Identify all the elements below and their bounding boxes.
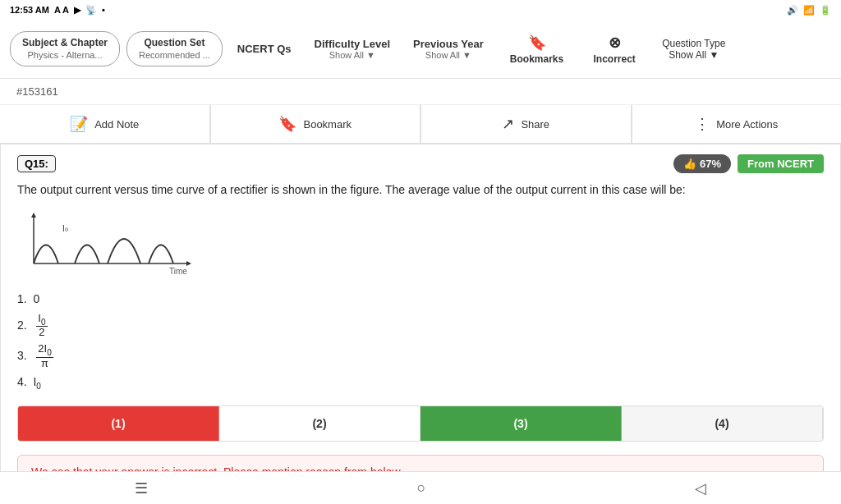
more-actions-button[interactable]: ⋮ More Actions: [632, 105, 842, 143]
ncert-qs-filter[interactable]: NCERT Qs: [229, 38, 300, 60]
option-4: 4. I0: [17, 374, 824, 392]
subject-chapter-chip[interactable]: Subject & Chapter Physics - Alterna...: [10, 31, 120, 67]
bookmarks-filter[interactable]: 🔖 Bookmarks: [499, 29, 575, 70]
question-set-chip[interactable]: Question Set Recommended ...: [126, 31, 223, 67]
subject-chip-value: Physics - Alterna...: [27, 49, 102, 61]
add-note-label: Add Note: [94, 118, 139, 131]
options-list: 1. 0 2. I0 2 3. 2I0 π 4. I0: [17, 291, 824, 392]
menu-icon: ☰: [135, 480, 148, 497]
bookmarks-label: Bookmarks: [510, 53, 563, 65]
option-1: 1. 0: [17, 291, 824, 308]
question-area: Q15: 👍 67% From NCERT The output current…: [0, 144, 841, 504]
filter-bar: Subject & Chapter Physics - Alterna... Q…: [0, 20, 841, 79]
svg-text:Current: Current: [17, 222, 19, 247]
back-icon: ◁: [695, 480, 706, 497]
bookmark-label: Bookmark: [303, 118, 352, 131]
status-right: 🔊 📶 🔋: [787, 5, 831, 16]
question-set-label: Question Set: [144, 37, 205, 50]
more-actions-label: More Actions: [716, 118, 778, 131]
back-button[interactable]: ◁: [670, 476, 731, 501]
answer-button-1[interactable]: (1): [18, 406, 219, 441]
option-2: 2. I0 2: [17, 313, 824, 339]
answer-row: (1) (2) (3) (4): [17, 405, 824, 442]
thumbs-up-icon: 👍: [683, 158, 696, 170]
ncert-source-badge: From NCERT: [738, 154, 824, 173]
share-button[interactable]: ↗ Share: [421, 105, 632, 143]
answer-button-2[interactable]: (2): [219, 406, 420, 441]
difficulty-sub: Show All ▼: [329, 50, 375, 60]
time-display: 12:53 AM: [10, 5, 49, 15]
question-type-filter[interactable]: Question Type Show All ▼: [654, 33, 733, 66]
action-bar: 📝 Add Note 🔖 Bookmark ↗ Share ⋮ More Act…: [0, 105, 841, 144]
svg-marker-3: [186, 261, 191, 266]
question-header: Q15: 👍 67% From NCERT: [17, 154, 824, 173]
answer-2-label: (2): [312, 417, 326, 430]
add-note-button[interactable]: 📝 Add Note: [0, 105, 210, 143]
question-text: The output current versus time curve of …: [17, 181, 824, 199]
signal-icons: A A: [54, 5, 69, 15]
question-meta: 👍 67% From NCERT: [673, 154, 824, 173]
question-number-badge: Q15:: [17, 155, 56, 172]
answer-button-3[interactable]: (3): [420, 406, 622, 441]
menu-button[interactable]: ☰: [110, 476, 172, 501]
subject-chip-label: Subject & Chapter: [22, 37, 108, 50]
svg-marker-2: [31, 213, 36, 218]
graph-svg: I₀ Current Time: [17, 210, 198, 280]
bookmark-action-icon: 🔖: [278, 115, 296, 133]
bookmark-button[interactable]: 🔖 Bookmark: [211, 105, 421, 143]
question-id-bar: #153161: [0, 79, 841, 105]
svg-text:I₀: I₀: [62, 224, 68, 233]
incorrect-icon: ⊗: [609, 34, 621, 52]
media-icon: ▶: [74, 5, 80, 16]
prev-year-label: Previous Year: [413, 38, 484, 50]
wifi-icon: 📶: [803, 5, 815, 16]
answer-4-label: (4): [715, 417, 728, 430]
answer-1-label: (1): [111, 417, 125, 430]
rectifier-graph: I₀ Current Time: [17, 210, 198, 280]
question-type-sub: Show All ▼: [669, 49, 719, 61]
share-icon: ↗: [502, 115, 514, 133]
incorrect-filter[interactable]: ⊗ Incorrect: [581, 29, 647, 70]
share-label: Share: [521, 118, 549, 131]
question-type-label: Question Type: [662, 38, 725, 49]
accuracy-value: 67%: [700, 158, 721, 170]
more-actions-icon: ⋮: [695, 115, 710, 133]
add-note-icon: 📝: [70, 115, 88, 133]
previous-year-filter[interactable]: Previous Year Show All ▼: [405, 33, 492, 65]
sound-icon: 🔊: [787, 5, 798, 16]
option-3: 3. 2I0 π: [17, 343, 824, 369]
cast-icon: 📡: [85, 5, 97, 16]
prev-year-sub: Show All ▼: [425, 50, 471, 60]
bookmark-icon: 🔖: [528, 34, 546, 52]
question-id: #153161: [16, 85, 58, 98]
dot-icon: •: [102, 5, 105, 15]
bottom-nav: ☰ ○ ◁: [0, 471, 841, 504]
difficulty-filter[interactable]: Difficulty Level Show All ▼: [306, 33, 398, 65]
ncert-qs-label: NCERT Qs: [237, 43, 292, 55]
status-bar: 12:53 AM A A ▶ 📡 • 🔊 📶 🔋: [0, 0, 841, 20]
question-set-value: Recommended ...: [139, 49, 210, 61]
incorrect-label: Incorrect: [594, 53, 636, 65]
answer-button-4[interactable]: (4): [622, 406, 823, 441]
home-icon: ○: [417, 479, 426, 496]
svg-text:Time: Time: [169, 267, 187, 276]
status-left: 12:53 AM A A ▶ 📡 •: [10, 5, 105, 16]
answer-3-label: (3): [513, 417, 527, 430]
difficulty-label: Difficulty Level: [315, 38, 390, 50]
accuracy-badge: 👍 67%: [673, 154, 731, 173]
battery-icon: 🔋: [820, 5, 831, 16]
home-button[interactable]: ○: [393, 476, 451, 500]
